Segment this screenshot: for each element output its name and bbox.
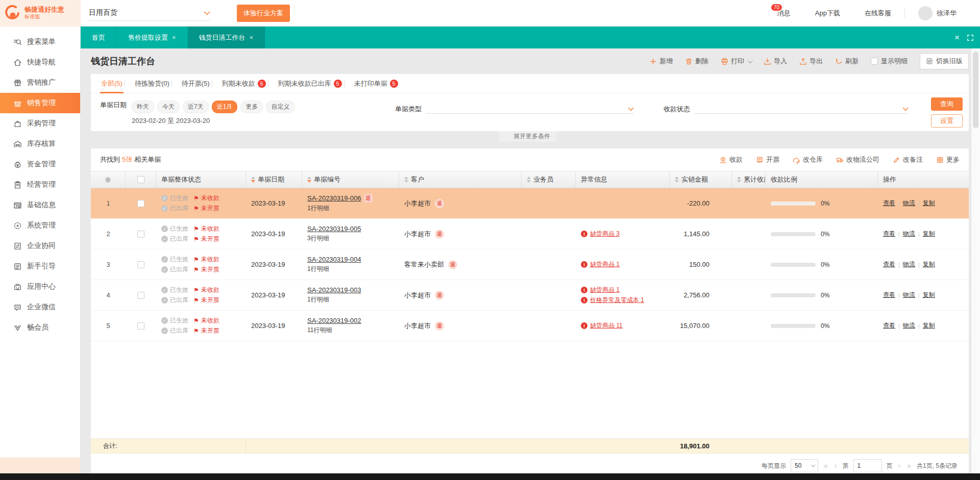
sort-icon[interactable] <box>527 176 531 183</box>
doc-number-link[interactable]: SA-20230319-002 <box>307 317 361 324</box>
batch-action-logistics[interactable]: 改物流公司 <box>836 155 879 164</box>
header-单据编号[interactable]: 单据编号 <box>302 171 399 188</box>
row-action-复制[interactable]: 复制 <box>923 260 935 269</box>
search-button[interactable]: 查询 <box>931 97 963 111</box>
header-业务员[interactable]: 业务员 <box>522 171 576 188</box>
doc-number-link[interactable]: SA-20230319-006 <box>307 194 361 202</box>
workspace-tab-0[interactable]: 首页 <box>81 27 117 48</box>
sort-icon[interactable] <box>307 176 311 183</box>
sort-icon[interactable] <box>737 176 741 183</box>
toolbar-refresh-button[interactable]: 刷新 <box>835 57 859 66</box>
first-page-button[interactable]: « <box>823 462 829 470</box>
quick-range-昨天[interactable]: 昨天 <box>132 100 154 113</box>
filter-tab-1[interactable]: 待拣验货(0) <box>124 74 170 93</box>
sidebar-item-store[interactable]: 销售管理 <box>0 93 80 113</box>
online-support-button[interactable]: 在线客服 <box>853 9 891 18</box>
sort-icon[interactable] <box>251 176 255 183</box>
industry-select[interactable]: 日用百货 <box>89 6 210 21</box>
batch-action-note[interactable]: 改备注 <box>893 155 923 164</box>
sidebar-item-money[interactable]: 资金管理 <box>0 154 80 174</box>
app-download-button[interactable]: App下载 <box>804 9 840 18</box>
row-action-复制[interactable]: 复制 <box>923 291 935 299</box>
trial-plan-button[interactable]: 体验行业方案 <box>237 5 290 22</box>
header-累计收款...[interactable]: 累计收款... <box>732 171 766 188</box>
page-number-input[interactable] <box>853 459 882 472</box>
sidebar-item-system[interactable]: 系统管理 <box>0 215 80 236</box>
sidebar-item-collab[interactable]: 企业协同 <box>0 236 80 256</box>
sidebar-collapse-icon[interactable] <box>56 462 64 470</box>
switch-old-version-button[interactable]: 切换旧版 <box>920 53 969 69</box>
prev-page-button[interactable]: ‹ <box>834 462 838 470</box>
close-all-tabs-icon[interactable]: × <box>954 33 960 43</box>
row-action-复制[interactable]: 复制 <box>923 199 935 208</box>
row-checkbox[interactable] <box>137 200 144 207</box>
toolbar-import-button[interactable]: 导入 <box>764 57 787 66</box>
sidebar-item-search[interactable]: 搜索菜单 <box>0 32 80 52</box>
sidebar-item-home[interactable]: 快捷导航 <box>0 52 80 72</box>
doc-number-link[interactable]: SA-20230319-005 <box>307 225 361 233</box>
toolbar-plus-button[interactable]: 新增 <box>649 57 673 66</box>
row-action-查看[interactable]: 查看 <box>883 291 895 299</box>
fullscreen-icon[interactable] <box>967 34 974 41</box>
batch-action-invoice[interactable]: 开票 <box>756 155 779 164</box>
sidebar-item-vip[interactable]: 畅会员 <box>0 317 80 338</box>
table-row[interactable]: 5✓已生效⚑未收款✓已出库⚑未开票2023-03-19SA-20230319-0… <box>91 311 969 341</box>
workspace-tab-2[interactable]: 钱货日清工作台× <box>188 27 265 48</box>
doc-number-link[interactable]: SA-20230319-004 <box>307 256 361 263</box>
select-all-checkbox[interactable] <box>137 176 144 183</box>
row-action-复制[interactable]: 复制 <box>923 321 935 330</box>
row-checkbox[interactable] <box>137 231 144 238</box>
sidebar-item-guide[interactable]: 新手引导 <box>0 256 80 276</box>
workspace-tab-1[interactable]: 售价提取设置× <box>117 27 188 48</box>
scrollbar-thumb[interactable] <box>973 52 978 128</box>
filter-tab-4[interactable]: 到期未收款已出库5 <box>267 74 343 93</box>
quick-range-近1月[interactable]: 近1月 <box>212 100 238 113</box>
filter-tab-3[interactable]: 到期未收款5 <box>211 74 267 93</box>
row-action-复制[interactable]: 复制 <box>923 230 935 238</box>
row-action-物流[interactable]: 物流 <box>903 199 915 208</box>
row-checkbox[interactable] <box>137 292 144 299</box>
toolbar-trash-button[interactable]: 删除 <box>685 57 708 66</box>
column-settings-gear-icon[interactable] <box>104 176 112 184</box>
exception-link[interactable]: 缺货商品 1 <box>590 286 620 294</box>
expand-more-conditions[interactable]: 展开更多条件 <box>499 131 556 142</box>
doc-type-select[interactable] <box>426 103 634 114</box>
date-range-value[interactable]: 2023-02-20 至 2023-03-20 <box>132 116 295 125</box>
row-action-物流[interactable]: 物流 <box>903 260 915 269</box>
batch-action-receive[interactable]: 收款 <box>719 155 743 164</box>
filter-settings-button[interactable]: 设置 <box>931 114 963 128</box>
show-detail-checkbox[interactable]: 显示明细 <box>871 57 908 66</box>
vertical-scrollbar[interactable] <box>971 48 980 473</box>
row-checkbox[interactable] <box>137 261 144 268</box>
exception-link[interactable]: 缺货商品 11 <box>590 321 623 330</box>
settings-gear-icon[interactable] <box>222 9 230 17</box>
header-客户[interactable]: 客户 <box>399 171 522 188</box>
pay-status-select[interactable] <box>694 103 909 114</box>
messages-button[interactable]: 消息 70 <box>766 9 791 18</box>
filter-tab-5[interactable]: 未打印单据5 <box>343 74 399 93</box>
toolbar-export-button[interactable]: 导出 <box>799 57 823 66</box>
batch-action-more[interactable]: 更多 <box>936 155 960 164</box>
table-row[interactable]: 2✓已生效⚑未收款✓已出库⚑未开票2023-03-19SA-20230319-0… <box>91 219 969 249</box>
sidebar-item-wechat[interactable]: 企业微信 <box>0 297 80 317</box>
header-单据日期[interactable]: 单据日期 <box>246 171 302 188</box>
sidebar-settings-icon[interactable] <box>16 462 24 470</box>
sort-icon[interactable] <box>404 176 408 183</box>
quick-range-今天[interactable]: 今天 <box>157 100 180 113</box>
sidebar-item-gift[interactable]: 营销推广 <box>0 72 80 93</box>
toolbar-printer-button[interactable]: 打印 <box>721 57 751 66</box>
row-action-物流[interactable]: 物流 <box>903 321 915 330</box>
table-row[interactable]: 1✓已生效⚑未收款✓已出库⚑未开票2023-03-19SA-20230319-0… <box>91 188 969 219</box>
last-page-button[interactable]: » <box>906 462 912 470</box>
quick-range-近7天[interactable]: 近7天 <box>183 100 209 113</box>
close-tab-icon[interactable]: × <box>172 34 176 41</box>
close-tab-icon[interactable]: × <box>250 34 254 41</box>
row-action-查看[interactable]: 查看 <box>883 321 895 330</box>
row-action-物流[interactable]: 物流 <box>903 230 915 238</box>
row-action-查看[interactable]: 查看 <box>883 260 895 269</box>
table-row[interactable]: 3✓已生效⚑未收款✓已出库⚑未开票2023-03-19SA-20230319-0… <box>91 249 969 280</box>
quick-range-自定义[interactable]: 自定义 <box>266 100 295 113</box>
doc-number-link[interactable]: SA-20230319-003 <box>307 286 361 294</box>
sidebar-item-warehouse[interactable]: 库存核算 <box>0 134 80 154</box>
row-action-查看[interactable]: 查看 <box>883 199 895 208</box>
